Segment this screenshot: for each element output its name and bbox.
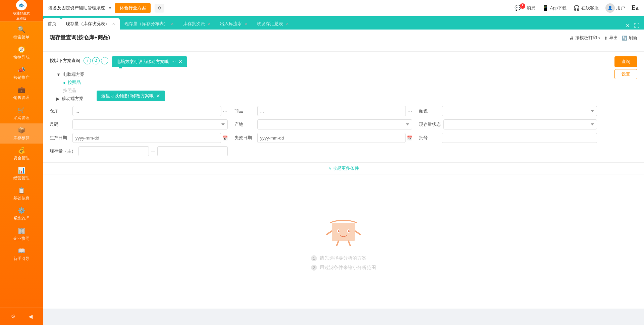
collapse-sidebar-btn[interactable]: ◀ <box>29 313 33 320</box>
sidebar-item-operation[interactable]: 📊 经营管理 <box>0 164 43 184</box>
tooltip-box: 这里可以创建和修改方案哦 ✕ <box>97 91 165 101</box>
warehouse-input-wrap: ··· <box>72 106 228 116</box>
tab-collect-summary[interactable]: 收发存汇总表 ✕ <box>252 18 293 30</box>
inventory-icon: 📦 <box>18 126 25 134</box>
empty-svg <box>323 213 364 246</box>
operation-icon: 📊 <box>18 167 25 174</box>
stock-main-min[interactable] <box>78 146 149 156</box>
close-all-tabs-btn[interactable]: ✕ <box>625 22 631 30</box>
filter-section: 按以下方案查询 + ↺ ← 电脑方案可设为移动方案哦 ··· ✕ <box>43 52 644 163</box>
refresh-label: 刷新 <box>629 35 637 41</box>
scheme-popup[interactable]: 电脑方案可设为移动方案哦 ··· ✕ <box>112 56 187 67</box>
sidebar-item-system[interactable]: ⚙️ 系统管理 <box>0 204 43 224</box>
online-support-btn[interactable]: 🎧 在线客服 <box>573 5 599 11</box>
tab-close-inventory-dist[interactable]: ✕ <box>171 22 174 26</box>
message-btn[interactable]: 💬 8 消息 <box>515 5 535 11</box>
sidebar-item-inventory[interactable]: 📦 库存核算 <box>0 123 43 144</box>
sidebar-item-search[interactable]: 🔍 搜索菜单 <box>0 23 43 43</box>
sidebar-item-finance[interactable]: 💰 资金管理 <box>0 144 43 164</box>
sidebar-item-marketing[interactable]: 📣 营销推广 <box>0 63 43 83</box>
goods-input[interactable] <box>257 106 406 116</box>
size-select[interactable] <box>72 119 228 129</box>
calendar-icon-prod[interactable]: 📅 <box>222 136 228 141</box>
tab-in-out-flow-label: 出入库流水 <box>220 21 242 27</box>
phone-icon: 📱 <box>542 5 549 11</box>
sidebar-item-basic[interactable]: 📋 基础信息 <box>0 184 43 204</box>
top-right-ea[interactable]: Ea <box>632 4 639 11</box>
selected-indicator: ● <box>63 80 66 85</box>
search-nav-icon: 🔍 <box>18 26 25 33</box>
tab-close-inventory-status[interactable]: ✕ <box>112 22 115 26</box>
app-download-btn[interactable]: 📱 App下载 <box>542 5 567 11</box>
size-label: 尺码 <box>50 121 70 127</box>
filter-goods: 商品 ··· <box>234 106 413 116</box>
marketing-icon: 📣 <box>18 66 25 73</box>
goods-label: 商品 <box>234 108 255 114</box>
app-download-label: App下载 <box>550 5 567 11</box>
production-date-start[interactable] <box>72 133 221 143</box>
settings-gear-btn[interactable]: ⚙ <box>155 4 164 12</box>
tab-inventory-dist[interactable]: 现存量（库存分布表） ✕ <box>120 18 178 30</box>
search-btn[interactable]: 查询 <box>614 56 637 67</box>
scheme-tree-pc[interactable]: ▼ 电脑端方案 <box>56 70 637 78</box>
sidebar-item-guide[interactable]: 🧭 快捷导航 <box>0 43 43 63</box>
tab-home[interactable]: 首页 <box>43 18 61 30</box>
calendar-icon-expiry[interactable]: 📅 <box>407 136 412 141</box>
tab-bar: 首页 现存量（库存状况表） ✕ 现存量（库存分布表） ✕ 库存批次账 ✕ 出入库… <box>43 16 644 30</box>
sidebar-footer: ⚙ ◀ <box>0 308 43 325</box>
stock-status-select[interactable] <box>443 119 597 129</box>
warehouse-input[interactable] <box>72 106 221 116</box>
template-print-btn[interactable]: 🖨 按模板打印 ▾ <box>570 35 600 41</box>
page-header-row: 现存量查询(按仓库+商品) 🖨 按模板打印 ▾ ⬆ 导出 🔄 刷新 <box>43 30 644 52</box>
collapse-bar[interactable]: ∧ 收起更多条件 <box>43 163 644 174</box>
sidebar-item-label: 新手引导 <box>13 256 30 262</box>
filter-production-date: 生产日期 📅 <box>50 133 228 143</box>
sidebar-item-newbie[interactable]: 📖 新手引导 <box>0 244 43 264</box>
tab-in-out-flow[interactable]: 出入库流水 ✕ <box>215 18 252 30</box>
scheme-popup-close[interactable]: ✕ <box>178 59 182 64</box>
color-select[interactable] <box>442 106 597 116</box>
add-scheme-btn[interactable]: + <box>84 57 91 64</box>
sidebar-item-enterprise[interactable]: 🏢 企业协同 <box>0 224 43 244</box>
scheme-popup-text: 电脑方案可设为移动方案哦 <box>116 59 169 65</box>
sidebar-item-label: 基础信息 <box>13 196 30 201</box>
tab-batch-ledger[interactable]: 库存批次账 ✕ <box>178 18 215 30</box>
tab-close-collect-summary[interactable]: ✕ <box>286 22 289 26</box>
goods-input-wrap: ··· <box>257 106 413 116</box>
scheme-tree-pc-item-1[interactable]: ● 按照品 <box>63 78 637 87</box>
system-dropdown-btn[interactable]: ▾ <box>109 6 111 10</box>
user-menu-btn[interactable]: 👤 用户 <box>605 3 625 13</box>
back-scheme-btn[interactable]: ← <box>101 57 108 64</box>
pc-scheme-label: 电脑端方案 <box>63 71 85 77</box>
sidebar-item-label: 搜索菜单 <box>13 35 30 40</box>
step-1-num: 1 <box>311 255 317 261</box>
refresh-btn[interactable]: 🔄 刷新 <box>622 35 637 41</box>
filter-fields: 仓库 ··· 商品 ··· 颜色 <box>50 106 637 156</box>
tab-close-in-out-flow[interactable]: ✕ <box>245 22 248 26</box>
svg-line-5 <box>327 231 332 234</box>
refresh-scheme-btn[interactable]: ↺ <box>92 57 100 64</box>
empty-step-1: 1 请先选择要分析的方案 <box>311 255 376 261</box>
svg-rect-0 <box>332 223 355 241</box>
origin-label: 产地 <box>234 121 255 127</box>
export-btn[interactable]: ⬆ 导出 <box>604 35 618 41</box>
industry-plan-btn[interactable]: 体验行业方案 <box>115 3 151 13</box>
filter-size: 尺码 <box>50 119 228 129</box>
sidebar-logo: 🐟 畅通好生意 标准版 <box>0 0 43 21</box>
settings-footer-btn[interactable]: ⚙ <box>11 313 15 320</box>
maximize-btn[interactable]: ⛶ <box>633 22 640 30</box>
sidebar-item-sales[interactable]: 💼 销售管理 <box>0 83 43 103</box>
sidebar-item-purchase[interactable]: 🛒 采购管理 <box>0 103 43 123</box>
tooltip-close[interactable]: ✕ <box>156 93 160 99</box>
tab-inventory-status[interactable]: 现存量（库存状况表） ✕ <box>61 18 120 30</box>
batch-no-input[interactable] <box>442 133 597 143</box>
stock-main-label: 现存量（主） <box>50 148 76 154</box>
export-icon: ⬆ <box>604 36 608 41</box>
tab-bar-actions: ✕ ⛶ <box>625 22 644 30</box>
tab-close-batch-ledger[interactable]: ✕ <box>208 22 211 26</box>
stock-main-max[interactable] <box>157 146 228 156</box>
expiry-date-start[interactable] <box>257 133 406 143</box>
tree-collapse-arrow: ▼ <box>56 72 61 77</box>
origin-select[interactable] <box>257 119 413 129</box>
export-label: 导出 <box>609 35 618 41</box>
